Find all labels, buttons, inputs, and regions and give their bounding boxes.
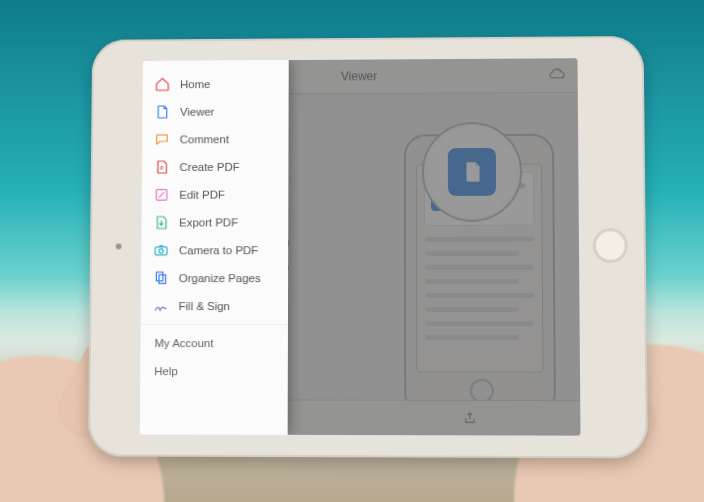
sidebar-item-viewer[interactable]: Viewer	[142, 97, 288, 125]
document-icon	[154, 104, 170, 120]
sidebar-item-fill-sign[interactable]: Fill & Sign	[141, 292, 288, 320]
sidebar-item-label: My Account	[154, 337, 213, 349]
organize-pages-icon	[153, 270, 169, 286]
create-pdf-icon: P	[154, 159, 170, 175]
sidebar-item-label: Fill & Sign	[179, 300, 231, 312]
sidebar-item-help[interactable]: Help	[140, 357, 288, 385]
sidebar-item-label: Organize Pages	[179, 272, 261, 284]
sidebar-item-camera-to-pdf[interactable]: Camera to PDF	[141, 236, 288, 264]
sidebar-drawer: Home Viewer Comment P	[140, 60, 289, 435]
sidebar-item-label: Viewer	[180, 106, 215, 118]
sidebar-item-home[interactable]: Home	[143, 70, 289, 98]
sidebar-item-label: Help	[154, 365, 178, 377]
svg-rect-6	[156, 272, 163, 281]
tablet-screen: Viewer ad cuments ywhere en in the Viewe…	[140, 58, 581, 435]
camera-icon	[153, 242, 169, 258]
tablet-device: Viewer ad cuments ywhere en in the Viewe…	[88, 36, 648, 458]
svg-rect-4	[155, 247, 167, 255]
sidebar-item-my-account[interactable]: My Account	[140, 329, 287, 357]
svg-text:P: P	[160, 166, 163, 171]
scene: Viewer ad cuments ywhere en in the Viewe…	[0, 0, 704, 502]
tablet-home-button[interactable]	[593, 228, 628, 262]
sidebar-item-organize-pages[interactable]: Organize Pages	[141, 264, 288, 292]
sidebar-item-label: Create PDF	[180, 161, 240, 173]
home-icon	[154, 77, 170, 93]
sidebar-item-label: Comment	[180, 133, 229, 145]
svg-rect-7	[159, 275, 166, 284]
fill-sign-icon	[153, 298, 169, 314]
sidebar-item-create-pdf[interactable]: P Create PDF	[142, 153, 289, 181]
sidebar-item-label: Export PDF	[179, 216, 238, 228]
sidebar-item-edit-pdf[interactable]: Edit PDF	[142, 181, 289, 209]
comment-icon	[154, 132, 170, 148]
svg-point-5	[159, 249, 163, 253]
sidebar-separator	[141, 324, 288, 325]
sidebar-item-label: Camera to PDF	[179, 244, 258, 256]
sidebar-item-export-pdf[interactable]: Export PDF	[141, 208, 288, 236]
sidebar-item-label: Edit PDF	[179, 189, 225, 201]
tablet-camera	[116, 243, 122, 249]
export-pdf-icon	[153, 215, 169, 231]
edit-pdf-icon	[154, 187, 170, 203]
sidebar-item-label: Home	[180, 78, 210, 90]
sidebar-item-comment[interactable]: Comment	[142, 125, 288, 153]
